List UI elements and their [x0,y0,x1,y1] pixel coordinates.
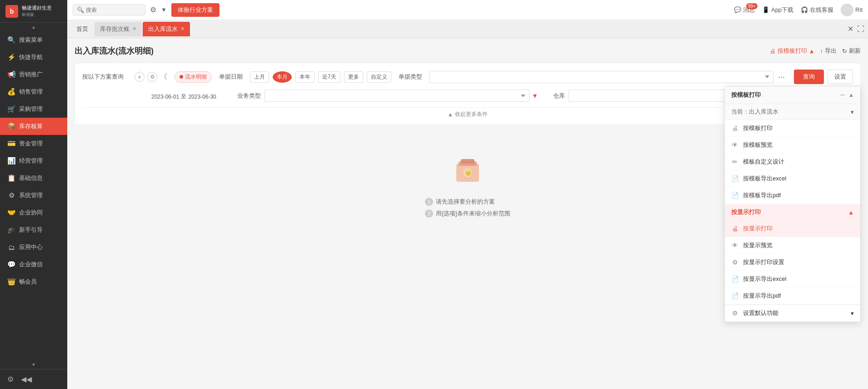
dropdown-item-settings-display[interactable]: ⚙ 按显示打印设置 [725,254,860,271]
collapse-btn[interactable]: ▲ 收起更多条件 [448,110,488,118]
tab-close-icon[interactable]: ✕ [848,25,853,33]
pdf-display-icon: 📄 [731,292,738,299]
sidebar-item-enterprise[interactable]: 🤝 企业协同 [0,204,67,221]
dropdown-display-section[interactable]: 按显示打印 ▲ [725,204,860,220]
dropdown-item-label: 按显示导出pdf [743,292,781,300]
sidebar-item-search[interactable]: 🔍 搜索菜单 [0,31,67,49]
sidebar-item-purchase[interactable]: 🛒 采购管理 [0,100,67,118]
dropdown-item-export-pdf-display[interactable]: 📄 按显示导出pdf [725,288,860,304]
filter-label: 按以下方案查询 [82,73,124,81]
industry-btn[interactable]: 体验行业方案 [171,3,219,17]
sidebar-item-marketing[interactable]: 📢 营销推广 [0,66,67,83]
dropdown-item-export-excel-display[interactable]: 📄 按显示导出excel [725,271,860,288]
chevron-up-icon: ▲ [809,48,815,55]
business-type-select[interactable] [264,90,530,102]
business-dropdown-icon[interactable]: ▾ [533,91,537,100]
scroll-down-arrow[interactable]: ▼ [0,360,67,369]
sidebar-item-guide[interactable]: 🎓 新手引导 [0,221,67,239]
sidebar-item-label: 应用中心 [19,243,43,251]
filter-tag[interactable]: 流水明细 [175,71,212,83]
bill-type-more-btn[interactable]: ··· [776,72,787,82]
dropdown-current-chevron[interactable]: ▾ [851,109,854,115]
sidebar-item-shortcut[interactable]: ⚡ 快捷导航 [0,49,67,66]
svg-rect-2 [461,159,474,164]
print-dropdown-panel: 按模板打印 ··· ▲ 当前：出入库流水 ▾ 🖨 按模板打印 👁 按模板预览 ✏ [724,86,861,322]
sidebar-item-appstore[interactable]: 🗂 应用中心 [0,239,67,256]
message-btn[interactable]: 💬 消息 99+ [734,6,755,14]
export-btn[interactable]: ↑ 导出 [820,47,837,55]
sidebar-item-system[interactable]: ⚙ 系统管理 [0,187,67,204]
dropdown-item-export-excel-template[interactable]: 📄 按模板导出excel [725,170,860,187]
tab-maximize-icon[interactable]: ⛶ [857,25,864,33]
settings-button[interactable]: 设置 [828,70,853,84]
page-title: 出入库流水(流水明细) [75,45,154,56]
date-prev-month[interactable]: 上月 [250,71,269,83]
topbar-dropdown-icon[interactable]: ▼ [161,6,167,13]
empty-steps: 1 请先选择要分析的方案 2 用[选项]条件来缩小分析范围 [425,198,510,221]
date-more[interactable]: 更多 [344,71,363,83]
tab-batch-close[interactable]: ✕ [132,26,136,32]
footer-settings-icon[interactable]: ⚙ [7,375,14,384]
member-icon: 👑 [7,278,15,286]
user-avatar[interactable]: Rit [841,4,863,16]
sidebar-item-operations[interactable]: 📊 经营管理 [0,152,67,170]
preview-template-icon: 👁 [731,141,738,149]
tab-home[interactable]: 首页 [71,22,94,36]
sidebar-item-finance[interactable]: 💳 资金管理 [0,135,67,152]
topbar-search-box[interactable]: 🔍 [73,4,145,15]
sidebar-item-inventory[interactable]: 📦 库存核算 [0,118,67,135]
filter-row-1: 按以下方案查询 + ⚙ 《 流水明细 单据日期 上月 本月 本年 近7天 更多 [82,70,853,84]
dropdown-item-label: 按显示预览 [743,241,773,249]
refresh-btn[interactable]: ↻ 刷新 [842,47,861,55]
sidebar-item-sales[interactable]: 💰 销售管理 [0,83,67,100]
service-label: 在线客服 [810,6,833,14]
tab-batch[interactable]: 库存批次账 ✕ [95,22,142,36]
service-btn[interactable]: 🎧 在线客服 [801,6,833,14]
dropdown-item-print-display[interactable]: 🖨 按显示打印 [725,220,860,237]
filter-collapse-btn[interactable]: 《 [160,72,167,82]
filter-add-btn[interactable]: + [135,72,145,82]
sidebar-item-wechat[interactable]: 💬 企业微信 [0,256,67,273]
dropdown-more-icon[interactable]: ··· [840,92,845,98]
dropdown-item-print-template[interactable]: 🖨 按模板打印 [725,120,860,137]
bill-type-select[interactable] [429,71,773,83]
tab-flow[interactable]: 出入库流水 ✕ [143,22,190,36]
step-num-2: 2 [425,209,433,218]
page-header: 出入库流水(流水明细) 🖨 按模板打印 ▲ ↑ 导出 ↻ 刷新 [75,45,861,56]
print-display-icon: 🖨 [731,225,738,232]
scroll-up-arrow[interactable]: ▲ [0,23,67,31]
date-label: 单据日期 [219,73,243,81]
dropdown-item-preview-template[interactable]: 👁 按模板预览 [725,137,860,154]
empty-step-1: 1 请先选择要分析的方案 [425,198,510,206]
dropdown-item-custom-template[interactable]: ✏ 模板自定义设计 [725,154,860,170]
sidebar-footer: ⚙ ◀◀ [0,369,67,389]
sidebar-item-member[interactable]: 👑 畅会员 [0,273,67,290]
dropdown-item-default-feature[interactable]: ⚙ 设置默认功能 ▾ [725,304,860,322]
sidebar-item-basic[interactable]: 📋 基础信息 [0,170,67,187]
sidebar-item-label: 搜索菜单 [19,36,43,44]
dropdown-chevron-up[interactable]: ▲ [848,92,854,98]
topbar-gear-icon[interactable]: ⚙ [150,5,156,14]
dropdown-item-export-pdf-template[interactable]: 📄 按模板导出pdf [725,187,860,204]
dropdown-item-preview-display[interactable]: 👁 按显示预览 [725,237,860,254]
tab-flow-close[interactable]: ✕ [180,26,185,32]
date-custom[interactable]: 自定义 [367,71,391,83]
print-template-btn[interactable]: 🖨 按模板打印 ▲ [770,47,815,55]
enterprise-icon: 🤝 [7,209,15,217]
search-input[interactable] [86,7,140,13]
query-button[interactable]: 查询 [794,70,824,84]
date-filter: 上月 本月 本年 近7天 更多 自定义 [250,71,391,83]
app-download-btn[interactable]: 📱 App下载 [762,6,793,14]
footer-collapse-icon[interactable]: ◀◀ [21,375,32,384]
tab-flow-label: 出入库流水 [148,25,178,33]
empty-step-2: 2 用[选项]条件来缩小分析范围 [425,209,510,218]
excel-display-icon: 📄 [731,275,738,283]
filter-settings-btn[interactable]: ⚙ [147,72,157,82]
date-7days[interactable]: 近7天 [318,71,340,83]
date-current-month[interactable]: 本月 [273,71,292,83]
date-current-year[interactable]: 本年 [295,71,314,83]
dropdown-item-label: 按显示打印 [743,224,773,233]
pdf-template-icon: 📄 [731,192,738,199]
main-area: 🔍 ⚙ ▼ 体验行业方案 💬 消息 99+ 📱 App下载 🎧 在线客服 Rit [67,0,868,389]
dropdown-item-label: 按显示导出excel [743,275,786,283]
